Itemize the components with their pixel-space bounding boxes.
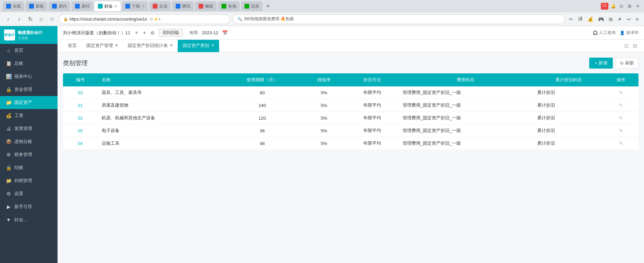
browser-chrome: 在线 新版 易代 易代 好会 ✕ 个税 ✕ 企业 腾讯 畅提 各地 目前 [0, 0, 644, 12]
sidebar-item-salary[interactable]: 💰 工资 [0, 109, 58, 122]
sidebar-label-settings: 设置 [14, 191, 23, 197]
tab-label: 各地 [228, 3, 236, 9]
cell-expense: 管理费用_固定资产折旧_一级 [399, 137, 533, 150]
cell-name: 电子设备 [98, 124, 222, 137]
sidebar-label-fund: 资金管理 [14, 86, 32, 93]
sidebar-item-report[interactable]: 📊 报表中心 [0, 70, 58, 83]
consult-button[interactable]: 🎧 人工咨询 [593, 30, 616, 36]
browser-tab[interactable]: 畅提 [195, 1, 217, 11]
wallet-icon[interactable]: 💰 [586, 15, 595, 23]
calendar-icon[interactable]: 📅 [222, 30, 228, 35]
browser-tab[interactable]: 目前 [241, 1, 263, 11]
sidebar-label-report: 报表中心 [14, 73, 32, 80]
cell-residual: 5% [302, 124, 346, 137]
browser-tab[interactable]: 易代 [72, 1, 93, 11]
sidebar-item-ledger[interactable]: 📋 总账 [0, 57, 58, 70]
sidebar-item-guide[interactable]: ▶ 新手引导 [0, 200, 58, 213]
cell-accum: 累计折旧 [533, 112, 604, 124]
col-header-expense: 费用科目 [399, 73, 533, 86]
guide-icon: ▶ [5, 204, 12, 210]
tab-favicon [98, 4, 103, 9]
url-bar[interactable]: 🔒 https://cloud.chanjet.com/accounting/u… [59, 14, 230, 24]
back-button[interactable]: ‹ [4, 15, 12, 23]
stock-icon: 📦 [5, 139, 12, 145]
menu-icon[interactable]: ≡ [634, 15, 640, 23]
table-row: 05 电子设备 36 5% 年限平均 管理费用_固定资产折旧_一级 累计折旧 ✎ [63, 124, 639, 137]
sidebar-label-archive: 归档管理 [14, 178, 32, 184]
browser-tab[interactable]: 易代 [49, 1, 70, 11]
tab-category-close[interactable]: ✕ [211, 43, 214, 48]
sidebar-item-invoice[interactable]: 🖨 发票管理 [0, 122, 58, 135]
maximize-icon[interactable]: ⊞ [626, 3, 633, 10]
switch-version-button[interactable]: 切到旧版 [159, 29, 183, 37]
search-bar[interactable]: 🔍 360智能抠图免费用 🔥热搜 [233, 14, 565, 24]
browser-tab[interactable]: 企业 [149, 1, 171, 11]
toolbar-icons: ✂ 译 💰 🎮 ⊞ ☀ ↩ ≡ [568, 15, 640, 24]
undo-icon[interactable]: ↩ [626, 15, 632, 23]
home-button[interactable]: ⌂ [37, 15, 45, 23]
cell-accum: 累计折旧 [533, 86, 604, 99]
sidebar-logo: 好会计 畅捷通好会计 专业版 [0, 26, 58, 44]
new-tab-button[interactable]: + [264, 2, 272, 10]
sidebar-item-tax[interactable]: ⚙ 税务管理 [0, 148, 58, 161]
tab-asset-mgmt-close[interactable]: ✕ [115, 43, 118, 48]
sidebar-item-more[interactable]: ▼ 好会... [0, 213, 58, 226]
sidebar-item-archive[interactable]: 📁 归档管理 [0, 174, 58, 187]
maximize-content-icon[interactable]: ⊞ [631, 43, 639, 49]
sidebar-item-asset[interactable]: 📁 固定资产 [0, 96, 58, 109]
tab-asset-mgmt[interactable]: 固定资产管理 ✕ [81, 40, 123, 52]
tab-favicon [52, 4, 57, 9]
forward-button[interactable]: › [15, 15, 23, 23]
edit-icon[interactable]: ✎ [619, 103, 623, 108]
edit-icon[interactable]: ✎ [619, 115, 623, 121]
add-button[interactable]: + 新增 [589, 58, 613, 69]
add-account-button[interactable]: + [143, 30, 146, 36]
sidebar-label-home: 首页 [14, 47, 23, 53]
logo-title: 畅捷通好会计 [18, 30, 42, 36]
page-tab-bar: 首页 固定资产管理 ✕ 固定资产折旧统计表 ✕ 固定资产类别 ✕ ⊟ ⊞ [58, 40, 644, 52]
bookmark-button[interactable]: ☆ [48, 15, 56, 23]
minimize-icon[interactable]: 🔔 [610, 3, 617, 10]
close-icon[interactable]: ✕ [634, 3, 641, 10]
browser-tab[interactable]: 新版 [26, 1, 47, 11]
sidebar-item-fund[interactable]: 🔒 资金管理 [0, 83, 58, 96]
cell-accum: 累计折旧 [533, 99, 604, 112]
edit-icon[interactable]: ✎ [619, 90, 623, 95]
logo-text: 畅捷通好会计 专业版 [18, 30, 42, 40]
settings-icon: ⚙ [5, 191, 12, 197]
tab-home[interactable]: 首页 [63, 40, 81, 52]
search-icon: 🔍 [237, 17, 242, 22]
sidebar-item-close[interactable]: 🔒 结账 [0, 161, 58, 174]
settings-button[interactable]: ⚙ [150, 30, 155, 36]
browser-tab[interactable]: 在线 [3, 1, 24, 11]
tab-home-label: 首页 [68, 43, 77, 49]
sidebar-item-stock[interactable]: 📦 进销台账 [0, 135, 58, 148]
tab-category[interactable]: 固定资产类别 ✕ [178, 40, 219, 52]
game-icon[interactable]: 🎮 [597, 15, 605, 23]
ledger-icon: 📋 [5, 60, 12, 67]
sidebar-item-home[interactable]: ⌂ 首页 [0, 44, 58, 57]
tab-depreciation[interactable]: 固定资产折旧统计表 ✕ [123, 40, 178, 52]
sidebar-item-settings[interactable]: ⚙ 设置 [0, 187, 58, 200]
browser-tab[interactable]: 个税 ✕ [122, 1, 148, 11]
restore-icon[interactable]: ⊡ [618, 3, 625, 10]
tab-depreciation-close[interactable]: ✕ [170, 43, 173, 48]
edit-icon[interactable]: ✎ [619, 141, 623, 146]
translate-icon[interactable]: 译 [577, 15, 584, 24]
tab-close-icon[interactable]: ✕ [142, 4, 144, 8]
edit-icon[interactable]: ✎ [619, 128, 623, 133]
account-dropdown-icon[interactable]: ▼ [134, 30, 139, 35]
browser-tab[interactable]: 腾讯 [172, 1, 194, 11]
tab-close-icon[interactable]: ✕ [114, 4, 117, 8]
tab-favicon [176, 4, 180, 9]
browser-tab[interactable]: 好会 ✕ [94, 1, 121, 11]
cut-icon[interactable]: ✂ [568, 15, 574, 23]
refresh-button[interactable]: ↻ [26, 15, 34, 23]
col-header-period: 使用期限（月） [223, 73, 302, 86]
minimize-content-icon[interactable]: ⊟ [623, 43, 630, 49]
browser-tab[interactable]: 各地 [218, 1, 240, 11]
cell-residual: 5% [302, 112, 346, 124]
refresh-button[interactable]: ↻ 刷新 [616, 58, 639, 69]
sun-icon[interactable]: ☀ [616, 15, 623, 23]
grid-icon[interactable]: ⊞ [607, 15, 614, 23]
